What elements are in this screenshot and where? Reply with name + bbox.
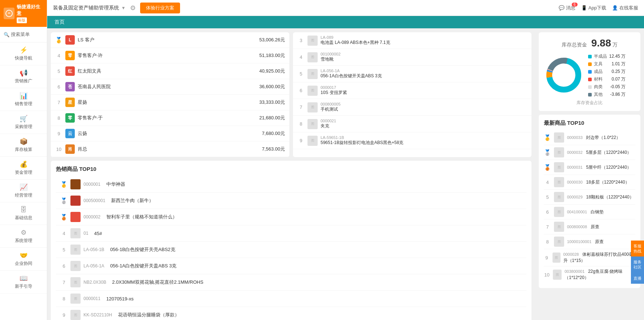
hot-product-5[interactable]: 5 图 LA-056-1B 056-1B白色按键开关壳ABS2克: [56, 242, 526, 258]
hot-thumb-5: 图: [70, 245, 81, 255]
latest-info-8: 10000100001 原查: [567, 239, 604, 245]
customer-item-4[interactable]: 4 零 零售客户·许 51,183.00元: [51, 48, 289, 63]
customer-item-8[interactable]: 8 零 零售客户·于 21,680.00元: [51, 110, 289, 126]
legend-item-semi: 半成品 12.45 万: [588, 53, 625, 60]
hot-products-title: 热销商品 TOP10: [56, 166, 96, 173]
legend-item-meat: 肉类 -0.05 万: [588, 84, 625, 90]
hot-thumb-9: 图: [70, 310, 81, 320]
hot-product-3[interactable]: 🥉 0000002 智利车子里（规格不知道填什么）: [56, 209, 526, 225]
top-prod-thumb-7: 图: [307, 102, 318, 112]
legend-dot-meat: [588, 85, 592, 89]
online-service-button[interactable]: 👤 在线客服: [612, 5, 638, 11]
hot-thumb-4: 图: [70, 228, 81, 238]
customer-item-9[interactable]: 9 云 云扬 7,680.00元: [51, 126, 289, 141]
customer-item-10[interactable]: 10 肖 肖总 7,563.00元: [51, 141, 289, 157]
app-download-button[interactable]: 📱 App下载: [581, 5, 606, 11]
sidebar-item-operations[interactable]: 📈 经营管理: [0, 180, 47, 202]
latest-info-10: 003800001 22g鱼豆腐·烧烤味（1*12*20）: [564, 268, 635, 281]
top-product-6[interactable]: 6 图 0000017 10S 变扭罗紧: [293, 82, 531, 99]
customer-name-4: 零售客户·许: [78, 52, 256, 59]
rank-10: 10: [55, 147, 62, 152]
float-btn-live[interactable]: 直播: [631, 273, 644, 284]
hot-product-8[interactable]: 8 图 0000011 12070519-xs: [56, 291, 526, 307]
latest-item-2[interactable]: 🥈 图 0000032 5厘多层（1220*2440）: [544, 145, 635, 160]
customer-amount-4: 51,183.00元: [259, 52, 285, 59]
customer-item-1[interactable]: 🥇 L LS 客户 53,006.26元: [51, 32, 289, 48]
float-btn-community[interactable]: 服务社区: [631, 257, 644, 273]
float-btn-service[interactable]: 客服热线: [631, 241, 644, 257]
hot-product-4[interactable]: 4 图 01 45#: [56, 225, 526, 242]
top-product-5[interactable]: 5 图 LA-056-1A 056-1A白色按键开关盖ABS 3克: [293, 66, 531, 82]
sidebar-item-finance[interactable]: 💰 资金管理: [0, 157, 47, 180]
hot-name-5: 056-1B白色按键开关壳ABS2克: [110, 246, 175, 253]
latest-item-7[interactable]: 7 图 000800008 原查: [544, 220, 635, 234]
top-prod-rank-7: 7: [297, 104, 305, 110]
customer-avatar-5: 红: [65, 66, 75, 76]
sidebar-item-enterprise[interactable]: 🤝 企业协同: [0, 248, 47, 271]
hot-name-3: 智利车子里（规格不知道填什么）: [106, 214, 177, 220]
latest-item-6[interactable]: 6 图 004100001 白钢垫: [544, 205, 635, 220]
sidebar-item-system[interactable]: ⚙ 系统管理: [0, 225, 47, 248]
top-prod-rank-4: 4: [297, 54, 305, 60]
customer-avatar-8: 零: [65, 113, 75, 123]
search-icon: 🔍: [4, 32, 9, 37]
hot-name-8: 12070519-xs: [106, 296, 134, 301]
top-product-7[interactable]: 7 图 000800005 手机测试: [293, 99, 531, 116]
hot-thumb-3: [70, 212, 81, 222]
try-button[interactable]: 体验行业方案: [140, 3, 180, 13]
hot-product-7[interactable]: 7 图 NB2.0X30B 2.0X30MM双摇花轴,摇花直径2.1MM/ROH…: [56, 274, 526, 291]
latest-item-4[interactable]: 4 图 0000030 18多层（1220*2440）: [544, 175, 635, 190]
latest-item-8[interactable]: 8 图 10000100001 原查: [544, 234, 635, 249]
tab-home[interactable]: 首页: [47, 16, 72, 28]
latest-products-section: 最新商品 TOP10 🥇 图 0000033 封边带（1.0*22） 🥈 图 0…: [539, 115, 640, 288]
hot-name-6: 056-1A白色按键开关盖ABS 3克: [110, 263, 176, 269]
top-header: 装备及固定资产辅助管理系统 ▼ ⚙ 体验行业方案 💬 消息 6 📱 App下载 …: [47, 0, 644, 16]
sidebar-item-sales[interactable]: 📊 销售管理: [0, 88, 47, 111]
hot-name-1: 中华神器: [106, 181, 125, 188]
sidebar-item-quick[interactable]: ⚡ 快捷导航: [0, 42, 47, 65]
float-buttons: 客服热线 服务社区 直播: [631, 241, 644, 284]
customer-avatar-10: 肖: [65, 144, 75, 154]
service-icon: 👤: [612, 5, 618, 11]
operations-icon: 📈: [20, 183, 28, 191]
top-product-9[interactable]: 9 图 LA-59651-1B 59651-1B旋转投影灯电池盒ABS黑色+58…: [293, 132, 531, 149]
sidebar-logo[interactable]: 畅捷通好生意 标版: [0, 0, 47, 27]
hot-product-2[interactable]: 🥈 000500001 新西兰牛肉（新牛）: [56, 193, 526, 209]
settings-icon[interactable]: ⚙: [130, 4, 136, 12]
latest-thumb-6: 图: [554, 207, 564, 217]
top-product-3[interactable]: 3 图 LA-089 电池盖 LA-089 ABS本色+黑种 7.1克: [293, 32, 531, 49]
sidebar-nav: ⚡ 快捷导航 📢 营销推广 📊 销售管理 🛒 采购管理 📦 库存核算 💰 资金管…: [0, 42, 47, 320]
sidebar-item-basic-info[interactable]: 🗄 基础信息: [0, 202, 47, 225]
message-button[interactable]: 💬 消息 6: [559, 5, 575, 11]
top-product-4[interactable]: 4 图 001000002 雪地靴: [293, 49, 531, 66]
latest-item-1[interactable]: 🥇 图 0000033 封边带（1.0*22）: [544, 130, 635, 145]
sidebar-item-inventory[interactable]: 📦 库存核算: [0, 134, 47, 157]
latest-thumb-4: 图: [554, 177, 564, 187]
legend-item-finished: 成品 0.25 万: [588, 69, 625, 75]
hot-product-6[interactable]: 6 图 LA-056-1A 056-1A白色按键开关盖ABS 3克: [56, 258, 526, 274]
latest-info-7: 000800008 原查: [567, 224, 599, 230]
sidebar-item-marketing[interactable]: 📢 营销推广: [0, 65, 47, 88]
sidebar-item-guide[interactable]: 📖 新手引导: [0, 271, 47, 294]
legend-dot-finished: [588, 70, 592, 74]
latest-thumb-1: 图: [554, 132, 564, 143]
customer-item-6[interactable]: 6 苍 苍南县人民医院 36,600.00元: [51, 79, 289, 95]
customer-item-7[interactable]: 7 星 星扬 33,333.00元: [51, 95, 289, 110]
search-menu[interactable]: 🔍 搜索菜单: [0, 27, 47, 42]
latest-item-3[interactable]: 🥉 图 0000031 5厘中纤（1220*2440）: [544, 160, 635, 175]
customer-name-10: 肖总: [78, 146, 259, 152]
customer-amount-5: 40,925.00元: [259, 68, 285, 74]
customer-item-5[interactable]: 5 红 红太阳文具 40,925.00元: [51, 63, 289, 79]
latest-item-9[interactable]: 9 图 0000028 体彬嘉核味苏打饮品400毫升（1*15）: [544, 249, 635, 266]
latest-item-5[interactable]: 5 图 0000029 18颗粒板（1220*2440）: [544, 190, 635, 205]
system-selector[interactable]: 装备及固定资产辅助管理系统 ▼: [53, 5, 126, 11]
hot-product-9[interactable]: 9 图 KK-SD22110H 花语萌恒温分腿睡袋（厚款）: [56, 307, 526, 320]
message-icon: 💬: [559, 5, 564, 11]
top-product-8[interactable]: 8 图 0000021 夹克: [293, 116, 531, 132]
latest-item-10[interactable]: 10 图 003800001 22g鱼豆腐·烧烤味（1*12*20）: [544, 266, 635, 283]
sidebar-item-purchase[interactable]: 🛒 采购管理: [0, 111, 47, 134]
hot-thumb-2: [70, 196, 81, 206]
hot-product-1[interactable]: 🥇 0000001 中华神器: [56, 176, 526, 193]
main-area: 装备及固定资产辅助管理系统 ▼ ⚙ 体验行业方案 💬 消息 6 📱 App下载 …: [47, 0, 644, 320]
legend-dot-material: [588, 78, 592, 81]
